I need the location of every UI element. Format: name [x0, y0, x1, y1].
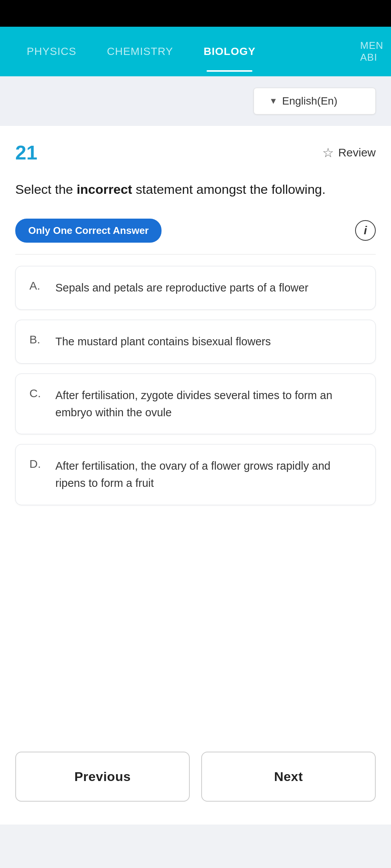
option-c-letter: C. — [29, 387, 45, 400]
answer-type-badge: Only One Correct Answer — [15, 219, 162, 243]
chevron-down-icon: ▼ — [269, 96, 278, 106]
review-label: Review — [338, 146, 376, 159]
divider — [15, 254, 376, 254]
status-bar — [0, 0, 391, 27]
question-text-bold: incorrect — [77, 182, 132, 196]
previous-button[interactable]: Previous — [15, 752, 190, 802]
language-label: English(En) — [282, 95, 338, 107]
language-selector[interactable]: ▼ English(En) — [254, 88, 376, 114]
options-list: A. Sepals and petals are reproductive pa… — [15, 266, 376, 506]
question-text-prefix: Select the — [15, 182, 77, 196]
option-d-text: After fertilisation, the ovary of a flow… — [55, 457, 362, 492]
next-button[interactable]: Next — [201, 752, 376, 802]
question-header: 21 ☆ Review — [15, 141, 376, 164]
tab-biology[interactable]: BIOLOGY — [188, 27, 271, 76]
subject-nav: PHYSICS CHEMISTRY BIOLOGY MEN ABI — [0, 27, 391, 76]
option-c-text: After fertilisation, zygote divides seve… — [55, 387, 362, 421]
question-number: 21 — [15, 141, 37, 164]
tab-more[interactable]: MEN ABI — [352, 40, 391, 63]
option-d-letter: D. — [29, 457, 45, 470]
option-b-letter: B. — [29, 333, 45, 346]
review-button[interactable]: ☆ Review — [322, 145, 376, 160]
option-b[interactable]: B. The mustard plant contains bisexual f… — [15, 320, 376, 364]
question-text: Select the incorrect statement amongst t… — [15, 179, 376, 200]
answer-type-row: Only One Correct Answer i — [15, 219, 376, 243]
navigation-buttons: Previous Next — [0, 736, 391, 825]
tab-physics[interactable]: PHYSICS — [11, 27, 92, 76]
language-bar: ▼ English(En) — [0, 76, 391, 126]
option-a-text: Sepals and petals are reproductive parts… — [55, 279, 309, 296]
option-c[interactable]: C. After fertilisation, zygote divides s… — [15, 374, 376, 435]
option-d[interactable]: D. After fertilisation, the ovary of a f… — [15, 444, 376, 505]
question-text-suffix: statement amongst the following. — [132, 182, 326, 196]
star-icon: ☆ — [322, 145, 334, 160]
main-content: 21 ☆ Review Select the incorrect stateme… — [0, 126, 391, 736]
option-b-text: The mustard plant contains bisexual flow… — [55, 333, 271, 350]
tab-chemistry[interactable]: CHEMISTRY — [92, 27, 188, 76]
option-a-letter: A. — [29, 279, 45, 292]
info-icon[interactable]: i — [355, 220, 376, 241]
option-a[interactable]: A. Sepals and petals are reproductive pa… — [15, 266, 376, 310]
